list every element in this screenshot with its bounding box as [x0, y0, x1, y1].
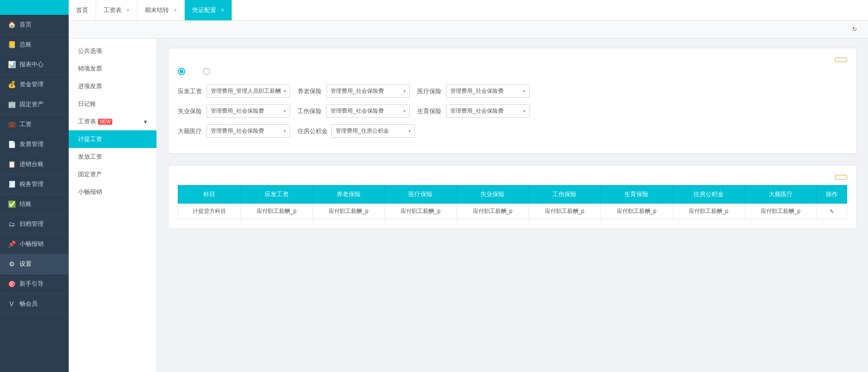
sidebar-item-guide[interactable]: 🎯 新手引导 [0, 274, 69, 294]
tab-3[interactable]: 凭证配置× [185, 0, 232, 20]
brand-label [0, 0, 69, 15]
sidebar-label-guide: 新手引导 [19, 280, 44, 288]
sidebar-label-fixed-assets: 固定资产 [19, 100, 44, 109]
page-header: ↻ [69, 20, 868, 38]
sidebar-item-salary[interactable]: 💼 工资 [0, 115, 69, 135]
tab-close-2[interactable]: × [174, 7, 177, 13]
tab-close-3[interactable]: × [221, 7, 224, 13]
form-item-1-1: 工伤保险 管理费用_社会保险费 ▾ [298, 104, 410, 118]
table-header-2: 养老保险 [312, 186, 384, 204]
sidebar-icon-expense: 📌 [7, 240, 16, 248]
sidebar-item-expense[interactable]: 📌 小畅报销 [0, 234, 69, 254]
select-value-2-0: 管理费用_社会保险费 [211, 127, 264, 135]
sidebar-item-home[interactable]: 🏠 首页 [0, 15, 69, 35]
sidebar-label-salary: 工资 [19, 120, 32, 128]
left-nav-label-1: 销项发票 [78, 64, 102, 73]
sidebar-item-invoice-management[interactable]: 📄 发票管理 [0, 135, 69, 154]
left-nav-item-6[interactable]: 发放工资 [69, 148, 156, 166]
form-item-0-2: 医疗保险 管理费用_社会保险费 ▾ [417, 84, 530, 98]
table-header-0: 科目 [178, 186, 241, 204]
sidebar-item-membership[interactable]: V 畅会员 [0, 294, 69, 314]
left-nav: 公共选项销项发票进项发票日记账工资表NEW▾计提工资发放工资固定资产小畅报销 [69, 38, 157, 372]
table-edit-icon-0[interactable]: ✎ [816, 204, 847, 219]
radio-basic-setup[interactable] [178, 68, 188, 75]
left-nav-item-2[interactable]: 进项发票 [69, 77, 156, 95]
form-select-1-0[interactable]: 管理费用_社会保险费 ▾ [207, 104, 290, 118]
table-header-5: 工伤保险 [529, 186, 601, 204]
refresh-button[interactable]: ↻ [852, 26, 859, 32]
form-label-2-0: 大额医疗 [178, 127, 203, 135]
table-header-3: 医疗保险 [385, 186, 457, 204]
left-nav-item-4[interactable]: 工资表NEW▾ [69, 113, 156, 130]
sidebar-label-fund-management: 资金管理 [19, 80, 44, 89]
select-value-0-1: 管理费用_社会保险费 [330, 87, 384, 95]
left-nav-item-5[interactable]: 计提工资 [69, 130, 156, 148]
sidebar-icon-fund-management: 💰 [7, 81, 16, 88]
form-item-2-1: 住房公积金 管理费用_住房公积金 ▾ [298, 124, 415, 138]
sidebar-item-settings[interactable]: ⚙ 设置 [0, 254, 69, 274]
new-badge-4: NEW [98, 119, 112, 125]
tab-0[interactable]: 首页 [69, 0, 96, 20]
form-select-0-0[interactable]: 管理费用_管理人员职工薪酬 ▾ [207, 84, 290, 98]
left-nav-label-0: 公共选项 [78, 47, 102, 55]
tab-label-1: 工资表 [104, 6, 122, 14]
select-value-2-1: 管理费用_住房公积金 [336, 127, 389, 135]
tab-2[interactable]: 期末结转× [137, 0, 185, 20]
left-nav-item-8[interactable]: 小畅报销 [69, 183, 156, 201]
sidebar-item-purchase-sales[interactable]: 📋 进销台账 [0, 154, 69, 174]
table-cell-0-8: 应付职工薪酬_p [745, 204, 816, 219]
tab-1[interactable]: 工资表× [96, 0, 137, 20]
form-select-2-0[interactable]: 管理费用_社会保险费 ▾ [207, 124, 290, 138]
form-label-1-2: 生育保险 [417, 107, 442, 115]
sidebar-label-report-center: 报表中心 [19, 60, 44, 69]
sidebar-icon-membership: V [7, 300, 16, 308]
select-value-1-0: 管理费用_社会保险费 [211, 107, 264, 115]
sidebar-label-home: 首页 [19, 20, 32, 29]
left-nav-item-1[interactable]: 销项发票 [69, 60, 156, 77]
table-row-0: 计提贷方科目应付职工薪酬_p应付职工薪酬_p应付职工薪酬_p应付职工薪酬_p应付… [178, 204, 847, 219]
form-select-0-2[interactable]: 管理费用_社会保险费 ▾ [446, 84, 530, 98]
form-select-1-2[interactable]: 管理费用_社会保险费 ▾ [446, 104, 530, 118]
sidebar-item-checkout[interactable]: ✅ 结账 [0, 194, 69, 214]
left-nav-item-3[interactable]: 日记账 [69, 95, 156, 113]
table-cell-0-6: 应付职工薪酬_p [601, 204, 673, 219]
table-header-9: 操作 [816, 186, 847, 204]
left-nav-label-4: 工资表NEW [78, 117, 112, 126]
left-nav-label-8: 小畅报销 [78, 188, 102, 196]
sidebar-item-report-center[interactable]: 📊 报表中心 [0, 55, 69, 75]
radio-department-setup[interactable] [203, 68, 213, 75]
sidebar-item-fixed-assets[interactable]: 🏢 固定资产 [0, 95, 69, 115]
left-nav-label-3: 日记账 [78, 100, 96, 108]
sidebar-icon-tax-management: 🧾 [7, 180, 16, 188]
auto-match-credit-button[interactable] [835, 175, 847, 180]
sidebar-icon-purchase-sales: 📋 [7, 160, 16, 168]
sidebar-label-checkout: 结账 [19, 200, 32, 208]
radio-dept-circle [203, 68, 210, 75]
left-nav-label-6: 发放工资 [78, 153, 102, 161]
sidebar-item-fund-management[interactable]: 💰 资金管理 [0, 75, 69, 95]
sidebar: 🏠 首页 📒 总账 📊 报表中心 💰 资金管理 🏢 固定资产 💼 工资 📄 发票… [0, 0, 69, 372]
table-cell-0-5: 应付职工薪酬_p [529, 204, 601, 219]
section-debit: 应发工资 管理费用_管理人员职工薪酬 ▾ 养老保险 管理费用_社会保险费 ▾ 医… [168, 48, 857, 154]
sidebar-icon-general-ledger: 📒 [7, 41, 16, 48]
table-cell-0-3: 应付职工薪酬_p [385, 204, 457, 219]
select-arrow-0-0: ▾ [284, 89, 286, 94]
select-value-1-2: 管理费用_社会保险费 [450, 107, 504, 115]
sidebar-icon-report-center: 📊 [7, 61, 16, 68]
sidebar-item-general-ledger[interactable]: 📒 总账 [0, 35, 69, 55]
table-header-8: 大额医疗 [745, 186, 816, 204]
sidebar-label-tax-management: 税务管理 [19, 180, 44, 188]
auto-match-debit-button[interactable] [835, 58, 847, 62]
sidebar-item-archive[interactable]: 🗂 归档管理 [0, 214, 69, 234]
select-value-0-0: 管理费用_管理人员职工薪酬 [211, 87, 281, 95]
form-select-2-1[interactable]: 管理费用_住房公积金 ▾ [331, 124, 415, 138]
form-select-1-1[interactable]: 管理费用_社会保险费 ▾ [326, 104, 410, 118]
form-item-2-0: 大额医疗 管理费用_社会保险费 ▾ [178, 124, 290, 138]
sidebar-item-tax-management[interactable]: 🧾 税务管理 [0, 174, 69, 194]
sidebar-label-archive: 归档管理 [19, 220, 44, 228]
left-nav-item-7[interactable]: 固定资产 [69, 166, 156, 183]
sidebar-icon-salary: 💼 [7, 121, 16, 128]
left-nav-item-0[interactable]: 公共选项 [69, 42, 156, 60]
tab-close-1[interactable]: × [126, 7, 130, 13]
form-select-0-1[interactable]: 管理费用_社会保险费 ▾ [326, 84, 410, 98]
